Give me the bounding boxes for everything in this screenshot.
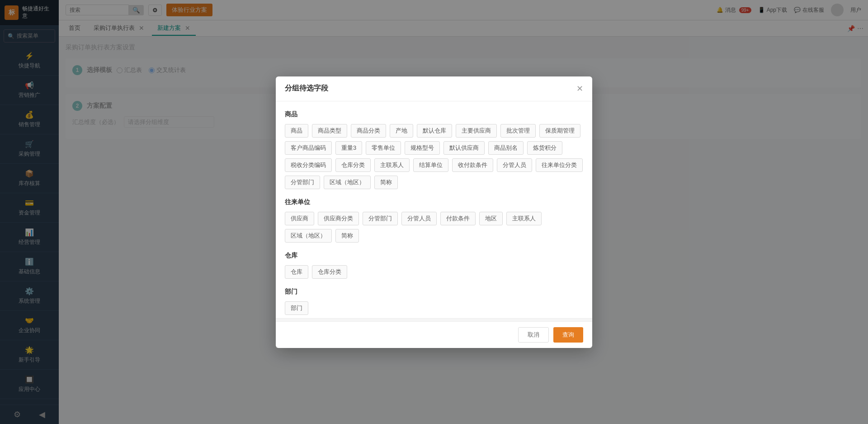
field-tag[interactable]: 往来单位分类 <box>536 158 583 172</box>
field-tag[interactable]: 客户商品编码 <box>285 141 332 155</box>
field-tag[interactable]: 分管人员 <box>497 158 532 172</box>
field-tag[interactable]: 部门 <box>285 301 308 315</box>
field-tag[interactable]: 分管部门 <box>363 212 398 225</box>
field-section-partner: 往来单位 供应商 供应商分类 分管部门 分管人员 付款条件 地区 主联系人 区域… <box>285 198 583 243</box>
modal-title: 分组待选字段 <box>285 84 328 93</box>
field-tag[interactable]: 分管部门 <box>285 176 320 189</box>
field-section-partner-title: 往来单位 <box>285 198 583 206</box>
field-tags-partner: 供应商 供应商分类 分管部门 分管人员 付款条件 地区 主联系人 区域（地区） … <box>285 212 583 243</box>
field-tag[interactable]: 地区 <box>479 212 503 225</box>
field-tag[interactable]: 仓库分类 <box>312 265 347 279</box>
field-tag[interactable]: 商品类型 <box>312 124 347 138</box>
field-tag[interactable]: 产地 <box>390 124 413 138</box>
field-tag[interactable]: 商品 <box>285 124 308 138</box>
field-tag[interactable]: 默认仓库 <box>417 124 452 138</box>
field-tag[interactable]: 收付款条件 <box>452 158 493 172</box>
field-tag[interactable]: 规格型号 <box>405 141 440 155</box>
modal-cancel-button[interactable]: 取消 <box>518 327 549 343</box>
field-tag[interactable]: 仓库 <box>285 265 308 279</box>
modal-overlay: 分组待选字段 ✕ 商品 商品 商品类型 商品分类 产地 默认仓库 主要供应商 批… <box>0 0 868 424</box>
modal-hscrollbar[interactable] <box>276 318 592 321</box>
field-tag[interactable]: 保质期管理 <box>539 124 580 138</box>
field-section-product-title: 商品 <box>285 110 583 119</box>
field-section-department-title: 部门 <box>285 288 583 296</box>
field-tag[interactable]: 税收分类编码 <box>285 158 332 172</box>
field-section-department: 部门 部门 <box>285 288 583 315</box>
field-tag[interactable]: 批次管理 <box>500 124 536 138</box>
field-tags-warehouse: 仓库 仓库分类 <box>285 265 583 279</box>
field-section-warehouse-title: 仓库 <box>285 252 583 260</box>
field-tag[interactable]: 付款条件 <box>440 212 476 225</box>
field-select-modal: 分组待选字段 ✕ 商品 商品 商品类型 商品分类 产地 默认仓库 主要供应商 批… <box>276 76 592 348</box>
field-tag[interactable]: 供应商 <box>285 212 314 225</box>
field-tag[interactable]: 零售单位 <box>366 141 401 155</box>
modal-footer: 取消 查询 <box>276 321 592 348</box>
modal-body: 商品 商品 商品类型 商品分类 产地 默认仓库 主要供应商 批次管理 保质期管理… <box>276 101 592 318</box>
field-tag[interactable]: 区域（地区） <box>285 229 332 243</box>
field-tag[interactable]: 商品分类 <box>351 124 386 138</box>
field-tag[interactable]: 仓库分类 <box>335 158 371 172</box>
field-tag[interactable]: 炼货积分 <box>527 141 562 155</box>
field-tag[interactable]: 主联系人 <box>374 158 410 172</box>
field-tag[interactable]: 供应商分类 <box>318 212 359 225</box>
field-tag[interactable]: 默认供应商 <box>443 141 485 155</box>
field-tag[interactable]: 结算单位 <box>413 158 448 172</box>
modal-close-button[interactable]: ✕ <box>576 84 583 94</box>
field-section-warehouse: 仓库 仓库 仓库分类 <box>285 252 583 279</box>
field-tag[interactable]: 重量3 <box>335 141 362 155</box>
field-tag[interactable]: 主联系人 <box>506 212 542 225</box>
field-tag[interactable]: 主要供应商 <box>456 124 497 138</box>
field-tag[interactable]: 简称 <box>335 229 359 243</box>
field-section-product: 商品 商品 商品类型 商品分类 产地 默认仓库 主要供应商 批次管理 保质期管理… <box>285 110 583 189</box>
field-tag[interactable]: 简称 <box>374 176 398 189</box>
field-tag[interactable]: 商品别名 <box>488 141 524 155</box>
modal-header: 分组待选字段 ✕ <box>276 76 592 101</box>
field-tags-product: 商品 商品类型 商品分类 产地 默认仓库 主要供应商 批次管理 保质期管理 客户… <box>285 124 583 189</box>
field-tag[interactable]: 分管人员 <box>401 212 437 225</box>
field-tag[interactable]: 区域（地区） <box>324 176 371 189</box>
field-tags-department: 部门 <box>285 301 583 315</box>
modal-confirm-button[interactable]: 查询 <box>553 327 583 343</box>
